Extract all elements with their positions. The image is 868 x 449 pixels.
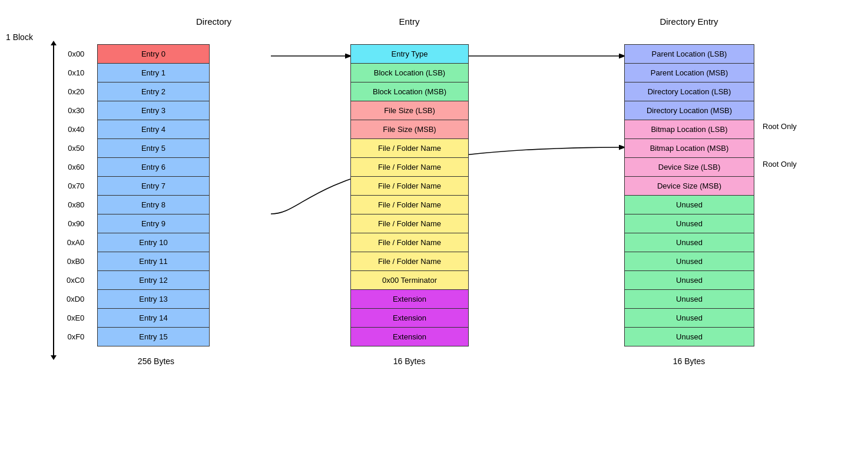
- directory-entry-6: Entry 6: [98, 158, 210, 177]
- directory-entry-3: Entry 3: [98, 101, 210, 120]
- directory-entry-9: Entry 9: [98, 214, 210, 233]
- addr-label-14: 0xE0: [67, 308, 88, 327]
- diagram-container: 1 Block Directory 0x000x100x200x300x400x…: [0, 0, 868, 449]
- entry-row-2: Block Location (MSB): [351, 82, 469, 101]
- addr-label-4: 0x40: [67, 120, 88, 138]
- directory-entry-11: Entry 11: [98, 252, 210, 271]
- entry-row-11: File / Folder Name: [351, 252, 469, 271]
- addr-label-11: 0xB0: [67, 252, 88, 270]
- root-only-label-2: Root Only: [763, 160, 797, 169]
- dir-entry-row-4: Bitmap Location (LSB): [625, 120, 754, 139]
- directory-entry-4: Entry 4: [98, 120, 210, 139]
- entry-row-4: File Size (MSB): [351, 120, 469, 139]
- addr-label-3: 0x30: [67, 101, 88, 120]
- block-label: 1 Block: [6, 32, 33, 42]
- addr-label-12: 0xC0: [67, 270, 88, 289]
- dir-entry-row-2: Directory Location (LSB): [625, 82, 754, 101]
- dir-entry-row-6: Device Size (LSB): [625, 158, 754, 177]
- directory-entry-2: Entry 2: [98, 82, 210, 101]
- directory-entry-0: Entry 0: [98, 45, 210, 64]
- directory-entry-1: Entry 1: [98, 64, 210, 82]
- dir-entry-row-3: Directory Location (MSB): [625, 101, 754, 120]
- directory-col-label: Directory: [155, 16, 273, 27]
- dir-entry-row-9: Unused: [625, 214, 754, 233]
- directory-addresses: 0x000x100x200x300x400x500x600x700x800x90…: [67, 44, 88, 346]
- entry-size-label: 16 Bytes: [350, 356, 468, 366]
- dir-entry-row-8: Unused: [625, 196, 754, 214]
- dir-entry-row-12: Unused: [625, 271, 754, 290]
- directory-entry-14: Entry 14: [98, 309, 210, 328]
- entry-row-6: File / Folder Name: [351, 158, 469, 177]
- dir-entry-row-1: Parent Location (MSB): [625, 64, 754, 82]
- addr-label-15: 0xF0: [67, 327, 88, 346]
- addr-label-9: 0x90: [67, 214, 88, 233]
- entry-row-0: Entry Type: [351, 45, 469, 64]
- directory-entry-10: Entry 10: [98, 233, 210, 252]
- entry-table: Entry TypeBlock Location (LSB)Block Loca…: [350, 44, 469, 346]
- addr-label-5: 0x50: [67, 138, 88, 157]
- directory-entry-13: Entry 13: [98, 290, 210, 309]
- addr-label-2: 0x20: [67, 82, 88, 101]
- entry-row-9: File / Folder Name: [351, 214, 469, 233]
- dir-entry-row-0: Parent Location (LSB): [625, 45, 754, 64]
- dir-entry-row-7: Device Size (MSB): [625, 177, 754, 196]
- entry-row-1: Block Location (LSB): [351, 64, 469, 82]
- dir-entry-row-14: Unused: [625, 309, 754, 328]
- dir-entry-row-11: Unused: [625, 252, 754, 271]
- directory-entry-12: Entry 12: [98, 271, 210, 290]
- block-size-arrow: [53, 44, 54, 356]
- dir-entry-size-label: 16 Bytes: [624, 356, 754, 366]
- entry-row-15: Extension: [351, 328, 469, 346]
- addr-label-13: 0xD0: [67, 289, 88, 308]
- directory-entry-15: Entry 15: [98, 328, 210, 346]
- entry-row-5: File / Folder Name: [351, 139, 469, 158]
- dir-entry-row-10: Unused: [625, 233, 754, 252]
- root-only-label-1: Root Only: [763, 122, 797, 131]
- entry-row-14: Extension: [351, 309, 469, 328]
- directory-table: Entry 0Entry 1Entry 2Entry 3Entry 4Entry…: [97, 44, 210, 346]
- entry-col-label: Entry: [350, 16, 468, 27]
- entry-row-8: File / Folder Name: [351, 196, 469, 214]
- addr-label-6: 0x60: [67, 157, 88, 176]
- entry-row-3: File Size (LSB): [351, 101, 469, 120]
- dir-entry-table: Parent Location (LSB)Parent Location (MS…: [624, 44, 754, 346]
- entry-row-10: File / Folder Name: [351, 233, 469, 252]
- dir-entry-row-13: Unused: [625, 290, 754, 309]
- addr-label-1: 0x10: [67, 63, 88, 82]
- entry-row-12: 0x00 Terminator: [351, 271, 469, 290]
- addr-label-0: 0x00: [67, 44, 88, 63]
- entry-row-7: File / Folder Name: [351, 177, 469, 196]
- addr-label-8: 0x80: [67, 195, 88, 214]
- directory-size-label: 256 Bytes: [97, 356, 215, 366]
- addr-label-7: 0x70: [67, 176, 88, 195]
- dir-entry-row-5: Bitmap Location (MSB): [625, 139, 754, 158]
- addr-label-10: 0xA0: [67, 233, 88, 252]
- entry-row-13: Extension: [351, 290, 469, 309]
- directory-entry-5: Entry 5: [98, 139, 210, 158]
- directory-entry-7: Entry 7: [98, 177, 210, 196]
- directory-entry-8: Entry 8: [98, 196, 210, 214]
- dir-entry-col-label: Directory Entry: [624, 16, 754, 27]
- dir-entry-row-15: Unused: [625, 328, 754, 346]
